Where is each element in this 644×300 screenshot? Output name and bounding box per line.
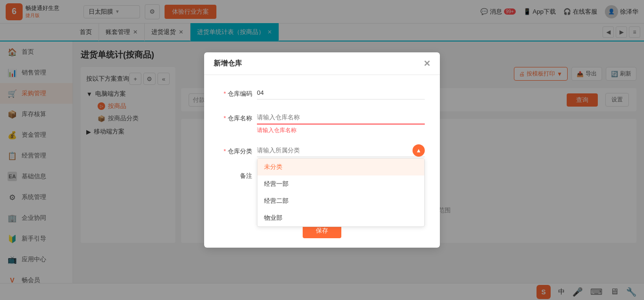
category-dropdown-arrow[interactable]: ▲ — [413, 144, 425, 157]
modal-header: 新增仓库 ✕ — [204, 52, 440, 75]
warehouse-name-input[interactable] — [257, 111, 425, 125]
modal-title: 新增仓库 — [214, 59, 242, 68]
warehouse-code-input[interactable] — [257, 86, 425, 100]
add-warehouse-modal: 新增仓库 ✕ * 仓库编码 * 仓库名称 请输入仓库名称 — [204, 52, 440, 248]
dropdown-item-unclassified[interactable]: 未分类 — [257, 158, 424, 175]
form-row-name: * 仓库名称 请输入仓库名称 — [219, 111, 425, 134]
name-field-wrapper: 请输入仓库名称 — [257, 111, 425, 134]
form-row-code: * 仓库编码 — [219, 86, 425, 101]
modal-overlay: 新增仓库 ✕ * 仓库编码 * 仓库名称 请输入仓库名称 — [0, 0, 644, 300]
dropdown-item-dept1[interactable]: 经营一部 — [257, 175, 424, 192]
category-select-wrapper: ▲ 未分类 经营一部 经营二部 物业部 — [257, 144, 425, 157]
modal-close-button[interactable]: ✕ — [423, 59, 430, 68]
form-row-category: * 仓库分类 ▲ 未分类 经营一部 经营二部 物业部 — [219, 144, 425, 159]
remark-label: 备注 — [219, 168, 257, 183]
category-input[interactable] — [257, 144, 425, 157]
modal-body: * 仓库编码 * 仓库名称 请输入仓库名称 * — [204, 75, 440, 217]
code-label: * 仓库编码 — [219, 86, 257, 101]
dropdown-item-dept3[interactable]: 物业部 — [257, 209, 424, 226]
category-dropdown-list: 未分类 经营一部 经营二部 物业部 — [257, 158, 425, 227]
name-label: * 仓库名称 — [219, 111, 257, 126]
dropdown-item-dept2[interactable]: 经营二部 — [257, 192, 424, 209]
category-label: * 仓库分类 — [219, 144, 257, 159]
name-error-text: 请输入仓库名称 — [257, 126, 425, 134]
